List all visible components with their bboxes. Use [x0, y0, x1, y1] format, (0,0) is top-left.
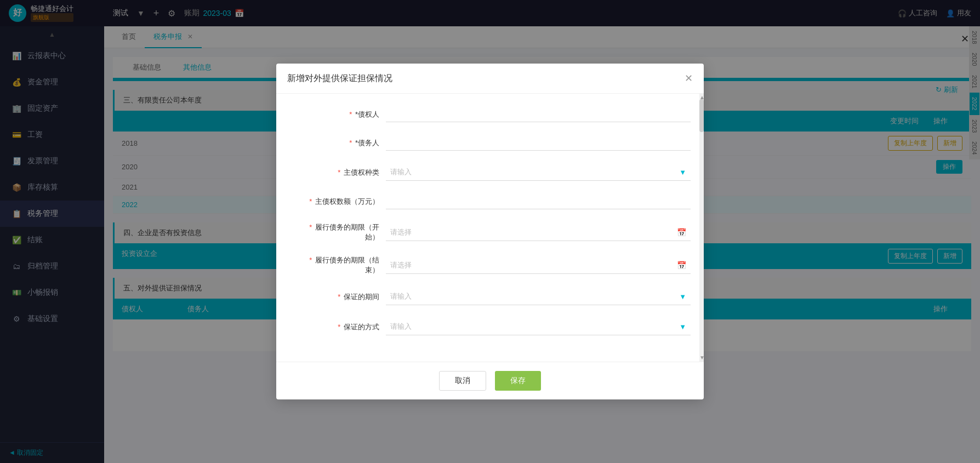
field-period-start: * 履行债务的期限（开始） 请选择 📅 — [298, 222, 691, 242]
debt-type-arrow-icon: ▼ — [679, 168, 686, 176]
modal-body-wrapper: * *债权人 * *债务人 * 主债 — [276, 94, 704, 362]
label-creditor: * *债权人 — [298, 110, 386, 119]
scroll-arrow-down[interactable]: ▼ — [699, 354, 704, 362]
guarantee-method-arrow-icon: ▼ — [679, 323, 686, 331]
required-mark: * — [338, 293, 340, 301]
required-mark: * — [338, 323, 340, 331]
guarantee-period-placeholder: 请输入 — [390, 291, 412, 301]
input-debtor[interactable] — [386, 135, 691, 151]
field-guarantee-period: * 保证的期间 请输入 ▼ — [298, 288, 691, 305]
label-period-start: * 履行债务的期限（开始） — [298, 222, 386, 242]
guarantee-method-placeholder: 请输入 — [390, 322, 412, 331]
required-mark: * — [309, 256, 312, 264]
required-mark: * — [309, 223, 312, 231]
label-debt-amount: * 主债权数额（万元） — [298, 197, 386, 207]
calendar-end-icon: 📅 — [677, 261, 686, 270]
required-mark: * — [349, 110, 352, 118]
period-start-placeholder: 请选择 — [390, 227, 412, 237]
required-mark: * — [338, 168, 340, 176]
input-debt-amount[interactable] — [386, 194, 691, 209]
datepicker-period-start[interactable]: 请选择 📅 — [386, 224, 691, 241]
field-guarantee-method: * 保证的方式 请输入 ▼ — [298, 318, 691, 335]
field-debtor: * *债务人 — [298, 135, 691, 151]
cancel-button[interactable]: 取消 — [439, 371, 486, 391]
modal-scrollbar-thumb — [699, 99, 704, 132]
input-creditor[interactable] — [386, 107, 691, 122]
select-guarantee-period[interactable]: 请输入 ▼ — [386, 288, 691, 305]
modal-header: 新增对外提供保证担保情况 ✕ — [276, 64, 704, 94]
debt-type-placeholder: 请输入 — [390, 167, 412, 177]
required-mark: * — [349, 139, 352, 147]
field-debt-type: * 主债权种类 请输入 ▼ — [298, 164, 691, 181]
calendar-start-icon: 📅 — [677, 228, 686, 237]
label-guarantee-period: * 保证的期间 — [298, 292, 386, 302]
modal-close-button[interactable]: ✕ — [685, 72, 693, 84]
modal: 新增对外提供保证担保情况 ✕ * *债权人 * — [276, 64, 704, 399]
modal-overlay: 新增对外提供保证担保情况 ✕ * *债权人 * — [0, 0, 980, 463]
field-period-end: * 履行债务的期限（结束） 请选择 📅 — [298, 255, 691, 275]
period-end-placeholder: 请选择 — [390, 260, 412, 270]
label-guarantee-method: * 保证的方式 — [298, 322, 386, 332]
modal-body: * *债权人 * *债务人 * 主债 — [276, 94, 699, 362]
select-debt-type[interactable]: 请输入 ▼ — [386, 164, 691, 181]
select-guarantee-method[interactable]: 请输入 ▼ — [386, 318, 691, 335]
field-creditor: * *债权人 — [298, 107, 691, 122]
field-debt-amount: * 主债权数额（万元） — [298, 194, 691, 209]
label-period-end: * 履行债务的期限（结束） — [298, 255, 386, 275]
guarantee-period-arrow-icon: ▼ — [679, 293, 686, 301]
label-debt-type: * 主债权种类 — [298, 168, 386, 178]
label-debtor: * *债务人 — [298, 138, 386, 148]
modal-scrollbar[interactable]: ▲ ▼ — [699, 94, 704, 362]
required-mark: * — [309, 197, 312, 205]
modal-title: 新增对外提供保证担保情况 — [287, 73, 392, 84]
modal-footer: 取消 保存 — [276, 362, 704, 399]
scroll-arrow-up[interactable]: ▲ — [699, 94, 704, 101]
save-button[interactable]: 保存 — [495, 371, 541, 391]
datepicker-period-end[interactable]: 请选择 📅 — [386, 257, 691, 274]
